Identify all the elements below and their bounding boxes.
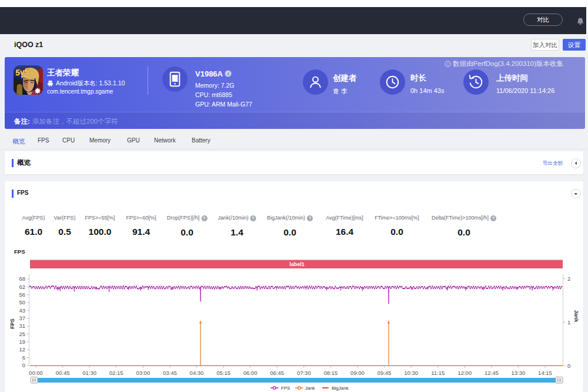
svg-text:07:30: 07:30 [297,370,311,376]
svg-text:1: 1 [567,319,570,325]
svg-text:68: 68 [19,275,25,282]
svg-text:12: 12 [19,346,25,353]
svg-text:19: 19 [19,338,25,345]
svg-text:01:30: 01:30 [82,370,96,376]
svg-text:37: 37 [19,315,25,321]
svg-text:0: 0 [567,363,570,369]
svg-text:12:00: 12:00 [457,370,472,376]
svg-text:03:45: 03:45 [163,370,177,376]
svg-text:00:45: 00:45 [56,370,70,376]
svg-text:13:30: 13:30 [512,370,526,376]
svg-text:BigJank: BigJank [332,386,349,391]
svg-text:08:15: 08:15 [324,370,338,376]
svg-text:50: 50 [19,299,25,305]
svg-text:56: 56 [19,291,25,298]
svg-text:0: 0 [22,362,25,368]
svg-text:04:30: 04:30 [190,370,204,376]
svg-text:12:45: 12:45 [485,370,499,376]
svg-text:09:45: 09:45 [377,370,392,376]
svg-text:Jank: Jank [305,386,316,391]
svg-text:31: 31 [19,323,25,329]
svg-text:05:15: 05:15 [216,370,230,376]
svg-text:Jank: Jank [573,310,579,323]
svg-text:03:00: 03:00 [136,370,150,376]
svg-text:43: 43 [19,307,25,314]
svg-text:label1: label1 [289,261,305,267]
svg-text:06:45: 06:45 [270,370,284,376]
svg-text:2: 2 [567,275,570,282]
svg-text:62: 62 [19,284,25,290]
svg-text:00:00: 00:00 [29,370,43,376]
svg-text:10:30: 10:30 [404,370,418,376]
svg-text:09:00: 09:00 [350,370,365,376]
svg-text:25: 25 [19,331,25,337]
svg-text:02:15: 02:15 [109,370,123,376]
svg-text:14:15: 14:15 [538,370,552,376]
svg-text:6: 6 [22,354,25,361]
svg-text:11:15: 11:15 [431,370,445,376]
svg-text:FPS: FPS [9,318,15,329]
svg-text:FPS: FPS [281,386,290,391]
svg-text:06:00: 06:00 [243,370,258,376]
